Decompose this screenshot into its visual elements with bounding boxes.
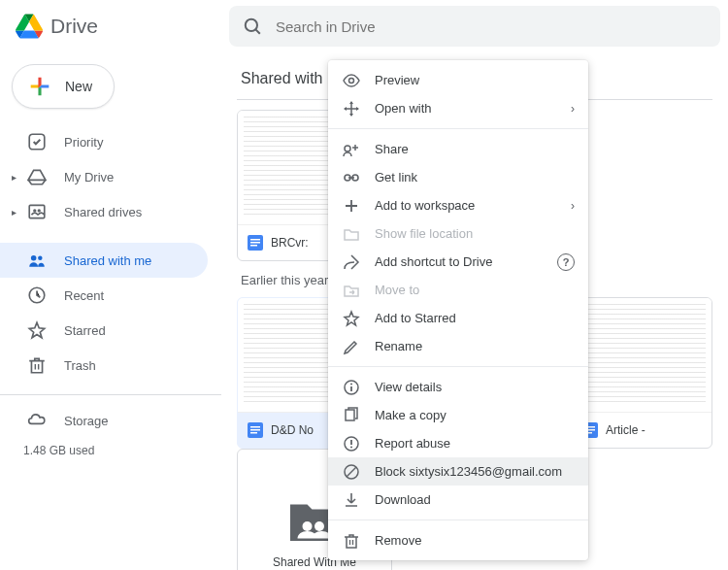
svg-rect-24 [250, 429, 260, 431]
menu-divider [328, 366, 588, 367]
folder-icon [342, 224, 361, 244]
openwith-icon [342, 99, 361, 118]
menu-item-label: Share [375, 142, 409, 156]
menu-item-copy[interactable]: Make a copy [328, 401, 588, 429]
menu-item-label: Get link [375, 170, 417, 184]
sidebar-item-trash[interactable]: Trash [0, 348, 208, 383]
sidebar-item-recent[interactable]: Recent [0, 278, 208, 313]
sidebar-item-label: Trash [64, 358, 96, 373]
menu-item-label: View details [375, 380, 442, 394]
abuse-icon [342, 434, 361, 453]
expand-caret-icon[interactable]: ▸ [8, 207, 19, 218]
starred-icon [27, 320, 47, 340]
chevron-right-icon: › [571, 199, 575, 213]
menu-item-abuse[interactable]: Report abuse [328, 429, 588, 457]
menu-item-label: Block sixtysix123456@gmail.com [375, 464, 562, 479]
sidebar-item-mydrive[interactable]: ▸ My Drive [0, 159, 208, 194]
recent-icon [27, 285, 47, 305]
file-title: Article - [606, 423, 645, 437]
new-button-label: New [65, 79, 92, 94]
sidebar-divider [0, 394, 221, 395]
menu-divider [328, 520, 588, 520]
menu-item-info[interactable]: View details [328, 373, 588, 401]
sidebar-item-label: Storage [64, 414, 109, 428]
sidebar-item-starred[interactable]: Starred [0, 313, 208, 348]
eye-icon [342, 71, 361, 90]
menu-item-block[interactable]: Block sixtysix123456@gmail.com [328, 457, 588, 486]
menu-item-label: Open with [375, 101, 432, 116]
svg-rect-20 [250, 242, 260, 244]
share-icon [342, 140, 361, 159]
sidebar-item-label: Shared drives [64, 205, 142, 219]
sidebar-item-label: Recent [64, 288, 104, 303]
svg-rect-21 [250, 245, 257, 247]
search-icon [243, 17, 262, 36]
file-title: BRCvr: [271, 236, 309, 250]
menu-divider [328, 128, 588, 129]
menu-item-plus[interactable]: Add to workspace › [328, 191, 588, 219]
storage-used-text: 1.48 GB used [0, 438, 221, 463]
plus-icon [342, 196, 361, 216]
menu-item-rename[interactable]: Rename [328, 332, 588, 360]
sidebar-item-shareddrives[interactable]: ▸ Shared drives [0, 194, 208, 229]
download-icon [342, 490, 361, 510]
drive-logo-icon [16, 14, 43, 39]
copy-icon [342, 406, 361, 425]
menu-item-link[interactable]: Get link [328, 163, 588, 191]
file-card[interactable]: Article - [572, 297, 712, 449]
menu-item-star[interactable]: Add to Starred [328, 304, 588, 332]
file-thumbnail [573, 298, 711, 413]
sidebar-item-priority[interactable]: Priority [0, 124, 208, 159]
svg-rect-23 [250, 426, 260, 428]
expand-caret-icon[interactable]: ▸ [8, 172, 19, 183]
menu-item-download[interactable]: Download [328, 486, 588, 514]
context-menu: Preview Open with › Share Get link Add t… [328, 60, 588, 560]
link-icon [342, 168, 361, 187]
sidebar-item-label: My Drive [64, 170, 114, 184]
menu-item-openwith[interactable]: Open with › [328, 94, 588, 122]
shortcut-icon [342, 252, 361, 272]
sidebar-item-label: Starred [64, 323, 106, 338]
svg-point-30 [303, 521, 313, 531]
priority-icon [27, 132, 47, 151]
star-icon [342, 309, 361, 328]
search-bar[interactable] [229, 6, 720, 47]
sidebar-item-sharedwithme[interactable]: Shared with me [0, 243, 208, 278]
menu-item-label: Make a copy [375, 408, 447, 422]
menu-item-folder: Show file location [328, 219, 588, 248]
sidebar-item-storage[interactable]: Storage [0, 403, 208, 438]
shareddrives-icon [27, 202, 47, 221]
menu-item-share[interactable]: Share [328, 135, 588, 163]
menu-item-label: Preview [375, 73, 419, 87]
trash-icon [27, 355, 47, 375]
logo-area[interactable]: Drive [8, 14, 229, 39]
sharedwithme-icon [27, 251, 47, 270]
menu-item-label: Add to workspace [375, 198, 475, 213]
sidebar: New Priority ▸ My Drive ▸ Shared drives … [0, 52, 221, 471]
new-button[interactable]: New [12, 64, 115, 109]
svg-point-31 [314, 521, 324, 531]
mydrive-icon [27, 167, 47, 186]
menu-item-moveto: Move to [328, 276, 588, 304]
menu-item-label: Download [375, 492, 431, 507]
search-input[interactable] [276, 18, 707, 35]
rename-icon [342, 337, 361, 356]
file-title: D&D No [271, 423, 314, 437]
menu-item-label: Report abuse [375, 436, 450, 451]
block-icon [342, 462, 361, 482]
menu-item-label: Rename [375, 339, 422, 353]
header: Drive [0, 0, 728, 52]
menu-item-label: Move to [375, 283, 419, 297]
menu-item-shortcut[interactable]: Add shortcut to Drive ? [328, 248, 588, 276]
menu-item-eye[interactable]: Preview [328, 66, 588, 94]
sidebar-item-label: Priority [64, 135, 103, 150]
sidebar-item-label: Shared with me [64, 253, 151, 268]
menu-item-trash[interactable]: Remove [328, 526, 588, 554]
docs-icon [248, 235, 263, 251]
info-icon [342, 378, 361, 397]
svg-rect-25 [250, 432, 257, 434]
help-icon[interactable]: ? [557, 253, 575, 271]
chevron-right-icon: › [571, 102, 575, 116]
menu-item-label: Add to Starred [375, 311, 456, 325]
moveto-icon [342, 281, 361, 300]
